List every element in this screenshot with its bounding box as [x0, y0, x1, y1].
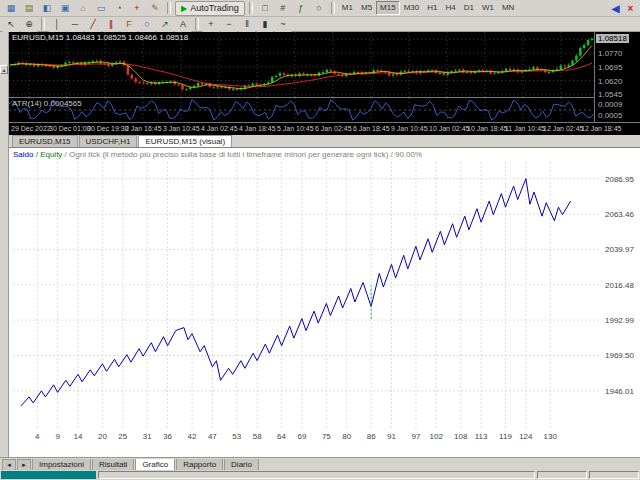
data-window-button[interactable]: ▣ [56, 1, 74, 16]
price-chart-window[interactable]: 1.08451.07701.06951.06201.05451.085180.0… [9, 32, 640, 135]
text-label-icon: A [175, 18, 191, 30]
period-button-m15[interactable]: M15 [376, 1, 400, 15]
graph-x-label: 91 [387, 432, 396, 441]
crosshair-button[interactable]: ⊕ [20, 17, 38, 32]
cursor-icon: ↖ [3, 18, 19, 30]
horizontal-line-icon: ─ [67, 18, 83, 30]
tester-tabs-bar: ◄►ImpostazioniRisultatiGraficoRapportoDi… [0, 457, 640, 470]
status-segment [589, 471, 639, 479]
strategy-tester-button[interactable]: ◔ [110, 1, 128, 16]
graph-x-label: 53 [232, 432, 241, 441]
time-axis-label: 10 Jan 18:45 [467, 125, 507, 132]
equidistant-channel-button[interactable]: ∥ [102, 17, 120, 32]
period-button-m1[interactable]: M1 [338, 1, 357, 15]
candle-chart-mode-button[interactable]: ▮ [256, 17, 274, 32]
current-price-tag: 1.08518 [596, 34, 629, 43]
time-axis-label: 3 Jan 10:45 [163, 125, 200, 132]
new-chart-button[interactable]: ▦ [2, 1, 20, 16]
chart-grid-button[interactable]: # [274, 1, 292, 16]
undock-chart-icon: ◀ [612, 3, 620, 14]
price-axis-label: 1.0620 [598, 77, 622, 86]
scroll-up-button[interactable]: ▲ [0, 65, 8, 74]
indicators-button[interactable]: ƒ [292, 1, 310, 16]
navigator-button[interactable]: ⌂ [74, 1, 92, 16]
equidistant-channel-icon: ∥ [103, 18, 119, 30]
undock-chart-button[interactable]: ◀ [608, 2, 623, 15]
status-bar [0, 470, 640, 480]
trendline-button[interactable]: ╱ [84, 17, 102, 32]
indicator-axis-label: 0.0005 [598, 111, 622, 120]
zoom-out-button[interactable]: − [220, 17, 238, 32]
ellipse-button[interactable]: ○ [138, 17, 156, 32]
period-button-d1[interactable]: D1 [460, 1, 478, 15]
line-chart-mode-icon: ~ [275, 18, 291, 30]
line-chart-mode-button[interactable]: ~ [274, 17, 292, 32]
graph-x-label: 69 [297, 432, 306, 441]
fibonacci-icon: F [121, 18, 137, 30]
vertical-line-button[interactable]: │ [48, 17, 66, 32]
horizontal-line-button[interactable]: ─ [66, 17, 84, 32]
time-axis-label: 29 Dec 2022 [11, 125, 51, 132]
time-axis-label: 30 Dec 19:30 [87, 125, 129, 132]
time-axis-label: 6 Jan 02:45 [315, 125, 352, 132]
graph-x-label: 124 [519, 432, 532, 441]
status-segment [537, 471, 587, 479]
arrow-object-button[interactable]: ↗ [156, 17, 174, 32]
indicator-canvas[interactable] [9, 98, 594, 122]
indicator-label-overlay: ATR(14) 0.0004565 [12, 99, 82, 108]
new-order-button[interactable]: + [128, 1, 146, 16]
bar-chart-mode-button[interactable]: ‖ [238, 17, 256, 32]
full-screen-icon: □ [257, 2, 273, 14]
chart-tab-eurusd-m15[interactable]: EURUSD,M15 [12, 135, 78, 147]
chart-tab-usdchf-h1[interactable]: USDCHF,H1 [79, 135, 138, 147]
graph-x-label: 4 [35, 432, 39, 441]
graph-x-label: 80 [342, 432, 351, 441]
period-button-m5[interactable]: M5 [357, 1, 376, 15]
metaeditor-icon: ✎ [147, 2, 163, 14]
toolbar-separator [331, 2, 335, 14]
objects-list-button[interactable]: ○ [310, 1, 328, 16]
close-window-button[interactable]: × [623, 2, 638, 15]
graph-y-label: 2039.97 [605, 245, 634, 254]
left-scroll-strip: ▲ [0, 32, 9, 457]
fibonacci-button[interactable]: F [120, 17, 138, 32]
chart-tab-eurusd-m15-visual-[interactable]: EURUSD,M15 (visual) [138, 135, 232, 147]
price-axis-label: 1.0770 [598, 49, 622, 58]
period-button-h4[interactable]: H4 [441, 1, 459, 15]
chart-title-overlay: EURUSD,M15 1.08483 1.08525 1.08466 1.085… [12, 33, 188, 42]
text-label-button[interactable]: A [174, 17, 192, 32]
ellipse-icon: ○ [139, 18, 155, 30]
graph-x-label: 47 [208, 432, 217, 441]
play-icon: ▶ [181, 4, 187, 13]
metaeditor-button[interactable]: ✎ [146, 1, 164, 16]
full-screen-button[interactable]: □ [256, 1, 274, 16]
arrow-object-icon: ↗ [157, 18, 173, 30]
period-button-mn[interactable]: MN [498, 1, 518, 15]
graph-x-label: 14 [74, 432, 83, 441]
graph-x-label: 130 [544, 432, 557, 441]
time-axis-label: 12 Jan 18:45 [581, 125, 621, 132]
graph-x-label: 97 [411, 432, 420, 441]
graph-x-label: 64 [277, 432, 286, 441]
graph-y-label: 2086.95 [605, 175, 634, 184]
autotrading-button[interactable]: ▶AutoTrading [175, 1, 245, 16]
time-axis-label: 2 Jan 16:45 [125, 125, 162, 132]
market-watch-button[interactable]: ◧ [38, 1, 56, 16]
equity-graph-canvas[interactable] [13, 162, 599, 430]
period-button-w1[interactable]: W1 [478, 1, 498, 15]
period-button-h1[interactable]: H1 [423, 1, 441, 15]
cursor-button[interactable]: ↖ [2, 17, 20, 32]
profiles-button[interactable]: ▤ [20, 1, 38, 16]
time-axis-label: 9 Jan 10:45 [391, 125, 428, 132]
time-axis: 29 Dec 202230 Dec 01:0030 Dec 19:302 Jan… [9, 123, 640, 135]
profiles-icon: ▤ [21, 2, 37, 14]
tester-graph-panel: Saldo / Equity / Ogni tick (il metodo pi… [9, 147, 640, 457]
zoom-in-button[interactable]: + [202, 17, 220, 32]
objects-list-icon: ○ [311, 2, 327, 14]
graph-x-label: 36 [163, 432, 172, 441]
graph-x-label: 58 [253, 432, 262, 441]
terminal-button[interactable]: ▭ [92, 1, 110, 16]
time-axis-label: 6 Jan 18:45 [353, 125, 390, 132]
period-button-m30[interactable]: M30 [400, 1, 424, 15]
graph-x-label: 75 [322, 432, 331, 441]
